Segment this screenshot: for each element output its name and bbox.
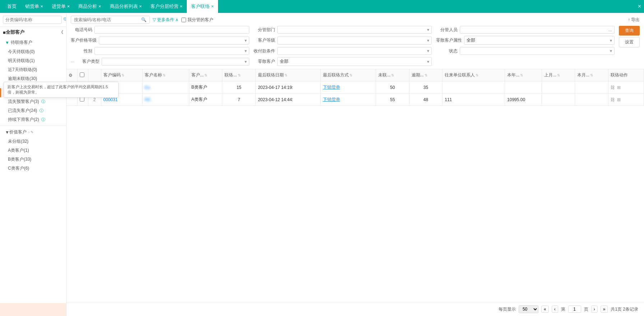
value-group-circle-icon[interactable]: ○ [28, 130, 30, 134]
my-customer-checkbox[interactable] [181, 18, 186, 22]
more-filter-button[interactable]: ▽ 更多条件 ∧ [153, 17, 179, 23]
settings-button[interactable]: 设置 [619, 37, 640, 47]
overdue-sort-icon[interactable]: ⇅ [425, 73, 427, 77]
sidebar-search-input[interactable] [3, 16, 62, 24]
search-input-wrap: 🔍 [71, 16, 150, 24]
sidebar-item-tomorrow[interactable]: 明天待联络(1) [0, 56, 66, 65]
last-type-sort-icon[interactable]: ⇅ [349, 73, 352, 77]
nav-product-analysis[interactable]: 商品分析 × [74, 0, 105, 13]
search-icon[interactable]: 🔍 [141, 17, 147, 22]
contact-count-sort-icon[interactable]: ⇅ [238, 73, 241, 77]
sidebar-group-pending[interactable]: ▼ 待联络客户 [0, 38, 66, 47]
manager-select[interactable]: ... [460, 26, 615, 34]
price-grade-caret: ▾ [245, 38, 247, 43]
sidebar-item-ungrouped[interactable]: 未分组(32) [0, 137, 66, 146]
th-uncontact: 未联... ⇅ [376, 69, 409, 81]
name-sort-icon[interactable]: ⇅ [163, 73, 166, 77]
already-lost-info-icon[interactable]: ⓘ [40, 108, 43, 113]
page-input[interactable] [568, 306, 581, 313]
settings-icon[interactable]: ⚙ [69, 73, 73, 78]
dept-select[interactable]: ▾ [277, 26, 432, 34]
advanced-filter: 电话号码 分管部门 ▾ 分管人员 [71, 26, 640, 66]
customer-table: ⚙ 客户编码 ⇅ [66, 69, 644, 106]
row-name-1[interactable]: RE . [142, 94, 189, 106]
row-last-month-0 [542, 81, 575, 94]
retail-customer-select[interactable]: 全部 ▾ [277, 57, 432, 66]
code-sort-icon[interactable]: ⇅ [121, 73, 124, 77]
uncontact-sort-icon[interactable]: ⇅ [391, 73, 394, 77]
nav-product-analysis-list[interactable]: 商品分析列表 × [106, 0, 146, 13]
row-qr-icon-1[interactable]: ⊞ [617, 97, 621, 102]
filter-price-grade: 客户价格等级 ▾ [71, 36, 249, 45]
adv-filter-row2: 客户价格等级 ▾ 客户等级 ▾ [71, 36, 615, 45]
row-name-0[interactable]: Ea [142, 81, 189, 94]
payment-select[interactable]: ▾ [277, 47, 432, 55]
value-group-edit-icon[interactable]: ✎ [31, 130, 33, 134]
query-button[interactable]: 查询 [619, 26, 640, 36]
manager-ellipsis-icon[interactable]: ... [608, 27, 612, 32]
gender-select[interactable]: ▾ [94, 47, 249, 55]
sidebar-item-week[interactable]: 近7天待联络(0) [0, 65, 66, 74]
status-select[interactable]: ▾ [460, 47, 615, 55]
retail-attr-select[interactable]: 全部 ▾ [464, 36, 615, 45]
page-size-select[interactable]: 50 100 200 [519, 305, 538, 313]
this-month-sort-icon[interactable]: ⇅ [590, 73, 593, 77]
more-icon[interactable]: ··· [71, 59, 74, 64]
nav-home[interactable]: 首页 [3, 0, 21, 13]
th-contact-count: 联络... ⇅ [222, 69, 256, 81]
content-area: 🔍 ▽ 更多条件 ∧ 我分管的客户 ↑ 导出 [66, 13, 644, 316]
customer-type-select[interactable]: ▾ [102, 58, 249, 66]
nav-customer-contact[interactable]: 客户联络 × [187, 0, 218, 13]
nav-purchase[interactable]: 进货单 × [47, 0, 74, 13]
sidebar-item-already-lost[interactable]: 已流失客户(24) ⓘ [0, 106, 66, 115]
row-last-month-1 [542, 94, 575, 106]
row-link-icon-0[interactable]: ⛓ [611, 85, 615, 90]
adv-filter-row3: 性别 ▾ 收付款条件 ▾ [71, 47, 615, 55]
sidebar-item-lost-preview[interactable]: 流失预警客户(3) ⓘ [0, 97, 66, 106]
type-sort-icon[interactable]: ⇅ [204, 73, 207, 77]
triangle-icon: ▼ [5, 40, 9, 45]
unit-contact-sort-icon[interactable]: ⇅ [476, 73, 478, 77]
filter-customer-grade: 客户等级 ▾ [254, 36, 432, 45]
row-link-icon-1[interactable]: ⛓ [611, 97, 615, 102]
export-icon: ↑ [628, 17, 630, 22]
sidebar-all-customers[interactable]: ■ 全部客户 《 [0, 27, 66, 38]
export-button[interactable]: ↑ 导出 [628, 17, 640, 23]
sidebar-item-class-b[interactable]: B类客户(33) [0, 155, 66, 164]
nav-sales[interactable]: 销货单 × [21, 0, 47, 13]
window-close-button[interactable]: × [638, 3, 641, 10]
row-uncontact-0: 50 [376, 81, 409, 94]
last-month-sort-icon[interactable]: ⇅ [557, 73, 560, 77]
filter-manager: 分管人员 ... [436, 26, 615, 34]
next-page-button[interactable]: › [591, 306, 598, 313]
filter-row1: 🔍 ▽ 更多条件 ∧ 我分管的客户 ↑ 导出 [71, 16, 640, 24]
sidebar-item-continuous-down[interactable]: 持续下滑客户(2) ⓘ [0, 115, 66, 124]
sidebar-collapse-icon[interactable]: 《 [59, 29, 63, 36]
lost-preview-info-icon[interactable]: ⓘ [41, 99, 45, 104]
prev-page-button[interactable]: ‹ [552, 306, 558, 313]
price-grade-select[interactable]: ▾ [99, 37, 249, 44]
this-year-sort-icon[interactable]: ⇅ [520, 73, 523, 77]
row-this-month-1 [575, 94, 608, 106]
tooltip-box: 距客户上次交易时长，超过了此客户的平均交易周期的1.5倍，则视为异常。 [4, 82, 119, 98]
row-last-type-0[interactable]: 下销货单 [320, 81, 376, 94]
status-caret: ▾ [610, 48, 612, 53]
search-input[interactable] [74, 17, 141, 22]
continuous-down-info-icon[interactable]: ⓘ [41, 117, 45, 122]
sidebar-item-today[interactable]: 今天待联络(0) [0, 47, 66, 56]
last-page-button[interactable]: » [601, 306, 608, 313]
sidebar-search-icon[interactable]: 🔍 [63, 17, 66, 22]
phone-input[interactable] [94, 26, 249, 34]
th-name: 客户名称 ⇅ [142, 69, 189, 81]
row-this-year-0 [505, 81, 542, 94]
nav-customer-segment[interactable]: 客户分层经营 × [146, 0, 187, 13]
last-date-sort-icon[interactable]: ⇅ [284, 73, 287, 77]
sidebar-item-class-a[interactable]: A类客户(1) [0, 146, 66, 155]
select-all-checkbox[interactable] [80, 72, 84, 77]
row-qr-icon-0[interactable]: ⊞ [617, 85, 621, 90]
customer-grade-select[interactable]: ▾ [277, 37, 432, 44]
adv-filter-row4: ··· 客户类型 ▾ 零散客户 全部 ▾ [71, 57, 615, 66]
first-page-button[interactable]: « [541, 306, 549, 313]
sidebar-item-class-c[interactable]: C类客户(6) [0, 164, 66, 173]
row-last-type-1[interactable]: 下销货单 [320, 94, 376, 106]
